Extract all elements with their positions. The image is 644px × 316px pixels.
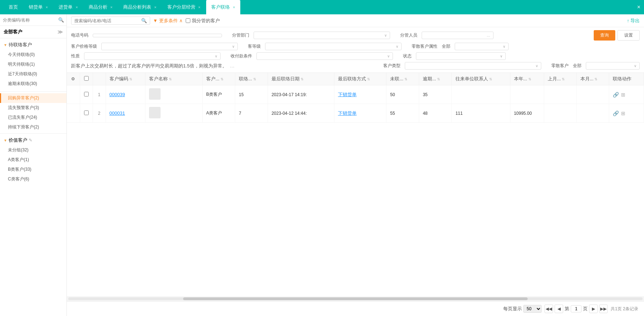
more-filter-button[interactable]: ▼ 更多条件 ∧: [153, 18, 183, 24]
sidebar-a-class[interactable]: A类客户(1): [0, 155, 66, 165]
row2-code[interactable]: 000031: [106, 104, 145, 123]
grade-select[interactable]: ∨: [265, 43, 402, 50]
sidebar-repurchase-anomaly[interactable]: 回购异常客户(2): [0, 93, 66, 103]
my-customer-toggle[interactable]: 我分管的客户: [186, 18, 220, 24]
nav-purchase-close[interactable]: ×: [75, 5, 78, 9]
value-edit-icon[interactable]: ✎: [29, 138, 32, 143]
sidebar-pending-label[interactable]: ▼ 待联络客户: [0, 40, 66, 50]
col-header-last-month[interactable]: 上月... ⇅: [544, 73, 576, 85]
nav-analysis-list[interactable]: 商品分析列表 ×: [118, 0, 161, 14]
nav-sales[interactable]: 销货单 ×: [24, 0, 53, 14]
my-customer-checkbox[interactable]: [186, 18, 190, 23]
filter-arrow: ∧: [179, 18, 183, 23]
sidebar-ungrouped[interactable]: 未分组(32): [0, 145, 66, 155]
sidebar-churned[interactable]: 已流失客户(24): [0, 113, 66, 122]
row1-name[interactable]: [145, 85, 203, 104]
last-page-btn[interactable]: ▶▶: [599, 305, 608, 313]
nav-analysis-label: 商品分析: [89, 4, 107, 10]
col-header-settings[interactable]: ⚙: [67, 73, 80, 85]
col-header-contact[interactable]: 联络... ⇅: [235, 73, 268, 85]
customer-type-select[interactable]: ∨: [405, 62, 541, 70]
col-header-contact2[interactable]: 往来单位联系人 ⇅: [452, 73, 510, 85]
sidebar-churn-warning[interactable]: 流失预警客户(3): [0, 103, 66, 113]
row1-select[interactable]: [84, 92, 89, 96]
row2-last-date: 2023-04-12 14:44:: [268, 104, 334, 123]
first-page-btn[interactable]: ◀◀: [545, 305, 553, 313]
sidebar-overdue-contact[interactable]: 逾期未联络(30): [0, 79, 66, 89]
col-header-last-method[interactable]: 最后联络方式 ⇅: [334, 73, 386, 85]
row2-grid-icon[interactable]: ⊞: [621, 110, 625, 116]
col-header-code[interactable]: 客户编码 ⇅: [106, 73, 145, 85]
retail-attr-select[interactable]: ∨: [455, 43, 509, 50]
price-grade-select[interactable]: ∨: [101, 43, 238, 50]
tooltip-dots[interactable]: …: [230, 63, 235, 69]
dept-select[interactable]: ∨: [254, 32, 390, 39]
sidebar-week-contact[interactable]: 近7天待联络(0): [0, 69, 66, 79]
main-search-icon[interactable]: 🔍: [141, 18, 147, 23]
row2-name[interactable]: [145, 104, 203, 123]
dept-arrow: ∨: [384, 33, 387, 37]
col-header-this-year[interactable]: 本年... ⇅: [510, 73, 544, 85]
sidebar-search-icon[interactable]: 🔍: [58, 17, 64, 23]
col-header-overdue[interactable]: 逾期... ⇅: [419, 73, 452, 85]
settings-button[interactable]: 设置: [617, 30, 640, 41]
more-filter-label: 更多条件: [159, 18, 178, 24]
nav-analysis-close[interactable]: ×: [110, 5, 112, 9]
row2-overdue: 48: [419, 104, 452, 123]
main-layout: 🔍 全部客户 ≫ ▼ 待联络客户 今天待联络(0) 明天待联络(1) 近7天待联…: [0, 14, 644, 316]
status-select[interactable]: ∨: [416, 52, 506, 60]
nav-customer-tier[interactable]: 客户分层经营 ×: [162, 0, 205, 14]
col-header-category[interactable]: 客户... ⇅: [203, 73, 235, 85]
row1-uncontacted: 50: [386, 85, 419, 104]
sidebar-b-class[interactable]: B类客户(33): [0, 165, 66, 174]
person-select[interactable]: …: [422, 32, 494, 39]
nav-purchase[interactable]: 进货单 ×: [54, 0, 83, 14]
col-header-name[interactable]: 客户名称 ⇅: [145, 73, 203, 85]
sidebar-collapse-icon[interactable]: ≫: [57, 29, 63, 35]
select-all-checkbox[interactable]: [84, 76, 89, 81]
gender-select[interactable]: ∨: [84, 52, 221, 60]
row1-link-icon[interactable]: 🔗: [613, 92, 619, 98]
horizontal-scroll-bar[interactable]: [67, 296, 644, 301]
close-top-button[interactable]: ×: [637, 4, 640, 10]
per-page-select[interactable]: 50 20 100: [523, 305, 542, 313]
row1-last-method[interactable]: 下销货单: [334, 85, 386, 104]
col-header-this-month[interactable]: 本月... ⇅: [576, 73, 609, 85]
nav-purchase-label: 进货单: [59, 4, 73, 10]
row1-this-month: [576, 85, 609, 104]
price-grade-arrow: ∨: [232, 44, 235, 48]
row1-grid-icon[interactable]: ⊞: [621, 92, 625, 98]
phone-input[interactable]: [93, 34, 222, 37]
row2-select[interactable]: [84, 110, 89, 115]
retail-select[interactable]: ∨: [586, 62, 640, 70]
sidebar-search-input[interactable]: [3, 18, 57, 23]
sidebar-c-class[interactable]: C类客户(6): [0, 174, 66, 184]
pay-label: 收付款条件: [231, 53, 252, 59]
nav-customer-contact[interactable]: 客户联络 ×: [206, 0, 240, 14]
export-button[interactable]: ↑ 导出: [627, 18, 640, 24]
scroll-thumb[interactable]: [183, 297, 528, 300]
row1-code[interactable]: 000039: [106, 85, 145, 104]
col-header-last-date[interactable]: 最后联络日期 ⇅: [268, 73, 334, 85]
query-button[interactable]: 查询: [594, 30, 615, 41]
row2-last-method[interactable]: 下销货单: [334, 104, 386, 123]
nav-sales-label: 销货单: [29, 4, 43, 10]
col-header-uncontacted[interactable]: 未联... ⇅: [386, 73, 419, 85]
nav-analysis[interactable]: 商品分析 ×: [84, 0, 117, 14]
prev-page-btn[interactable]: ◀: [555, 305, 563, 313]
row2-link-icon[interactable]: 🔗: [613, 110, 619, 116]
export-icon: ↑: [627, 18, 630, 23]
pay-select[interactable]: ∨: [256, 52, 393, 60]
next-page-btn[interactable]: ▶: [589, 305, 598, 313]
nav-analysis-list-close[interactable]: ×: [154, 5, 156, 9]
sidebar-tomorrow-contact[interactable]: 明天待联络(1): [0, 60, 66, 69]
sidebar-value-section: ▼ 价值客户 ✎: [0, 135, 66, 145]
sidebar-today-contact[interactable]: 今天待联络(0): [0, 50, 66, 60]
current-page-input[interactable]: [571, 305, 582, 312]
nav-customer-contact-close[interactable]: ×: [233, 5, 235, 9]
sidebar-declining[interactable]: 持续下滑客户(2): [0, 122, 66, 132]
nav-sales-close[interactable]: ×: [46, 5, 48, 9]
nav-customer-tier-close[interactable]: ×: [198, 5, 200, 9]
nav-home[interactable]: 首页: [4, 0, 23, 14]
main-search-input[interactable]: [74, 18, 140, 23]
